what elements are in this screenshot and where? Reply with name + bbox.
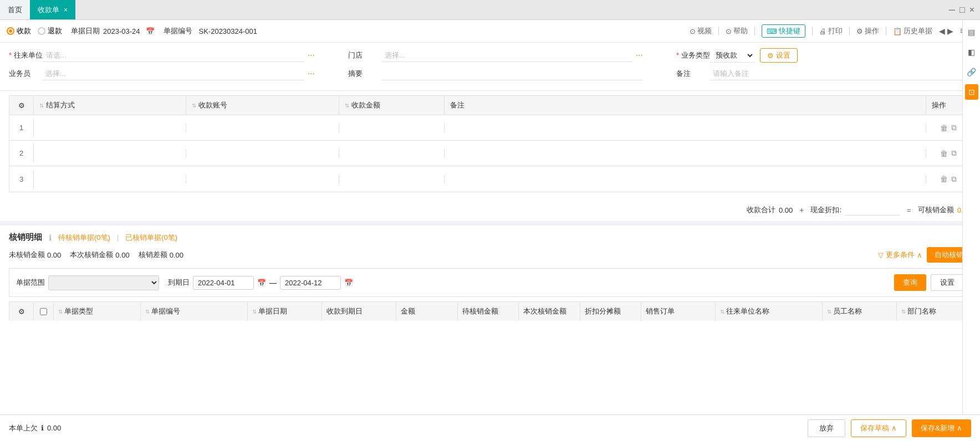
radio-receipt[interactable]: 收款 <box>7 26 31 36</box>
staff-more-icon[interactable]: ··· <box>308 69 315 79</box>
abandon-btn[interactable]: 放弃 <box>808 419 845 437</box>
row-2-num: 2 <box>9 145 34 162</box>
result-label: 可核销金额 <box>918 205 954 215</box>
filter-row: 单据范围 到期日 📅 — 📅 查询 设置 <box>9 268 971 297</box>
due-end-input[interactable] <box>280 276 341 290</box>
row-2-account[interactable] <box>186 149 339 158</box>
maximize-icon[interactable]: □ <box>959 5 965 15</box>
row-2-copy-icon[interactable]: ⧉ <box>951 148 957 158</box>
close-tab-icon[interactable]: × <box>64 6 68 14</box>
row-3-amount[interactable] <box>339 175 445 183</box>
row-3-copy-icon[interactable]: ⧉ <box>951 175 957 184</box>
date-calendar-end-icon[interactable]: 📅 <box>344 279 353 287</box>
sidebar-icon-1[interactable]: ▤ <box>964 24 978 40</box>
filter-icon: ▽ <box>878 251 884 259</box>
company-more-icon[interactable]: ··· <box>308 50 315 60</box>
vth-due-date-label: 收款到期日 <box>326 306 363 316</box>
vth-doc-type: ⇅ 单据类型 <box>54 302 141 321</box>
vth-gear[interactable]: ⚙ <box>9 303 34 320</box>
settings-label: 设置 <box>776 50 790 60</box>
video-btn[interactable]: ⊙ 视频 <box>690 26 712 36</box>
th-gear[interactable]: ⚙ <box>9 97 34 114</box>
sort-staff: ⇅ <box>827 309 831 315</box>
row-2-note[interactable] <box>445 149 926 158</box>
business-select[interactable]: 预收款 <box>710 48 754 63</box>
row-2-amount[interactable] <box>339 149 445 158</box>
done-tab[interactable]: 已核销单据(0笔) <box>125 233 177 243</box>
date-calendar-start-icon[interactable]: 📅 <box>257 279 266 287</box>
query-btn[interactable]: 查询 <box>894 274 926 291</box>
window-controls: ─ □ × <box>949 5 980 15</box>
row-1-account[interactable] <box>186 124 339 132</box>
unchecked-stat: 未核销金额 0.00 <box>9 250 61 260</box>
radio-refund-label: 退款 <box>48 26 62 36</box>
th-account: ⇅ 收款账号 <box>186 96 339 115</box>
pending-tab[interactable]: 待核销单据(0笔) <box>58 233 110 243</box>
sidebar-icon-2[interactable]: ◧ <box>964 44 978 60</box>
staff-input[interactable] <box>42 67 304 80</box>
help-btn[interactable]: ⊙ 帮助 <box>726 26 748 36</box>
filter-setting-btn[interactable]: 设置 <box>931 274 964 291</box>
row-1-copy-icon[interactable]: ⧉ <box>951 123 957 132</box>
doc-no-field: 单据编号 SK-20230324-001 <box>164 26 258 36</box>
history-btn[interactable]: 📋 历史单据 <box>893 26 932 36</box>
bottom-help-icon[interactable]: ℹ <box>41 424 44 432</box>
verify-table-header: ⚙ ⇅ 单据类型 ⇅ 单据编号 ⇅ 单据日期 收款到期日 金额 <box>9 301 971 321</box>
row-1-amount[interactable] <box>339 124 445 132</box>
tab-receipt[interactable]: 收款单 × <box>30 0 75 19</box>
vth-discount: 折扣分摊额 <box>580 302 642 321</box>
store-input[interactable] <box>381 49 632 62</box>
receipt-table: ⚙ ⇅ 结算方式 ⇅ 收款账号 ⇅ 收款金额 备注 操作 <box>9 95 971 192</box>
store-more-icon[interactable]: ··· <box>636 50 643 60</box>
sidebar-icon-3[interactable]: 🔗 <box>963 64 979 80</box>
shortcut-label: 快捷键 <box>779 26 800 36</box>
range-select[interactable] <box>48 275 159 290</box>
select-all-checkbox[interactable] <box>40 308 47 315</box>
row-2-delete-icon[interactable]: 🗑 <box>940 149 948 158</box>
gear-icon: ⚙ <box>18 101 25 110</box>
operation-btn[interactable]: ⚙ 操作 <box>856 26 879 36</box>
row-1-delete-icon[interactable]: 🗑 <box>940 124 948 132</box>
save-new-label: 保存&新增 <box>921 423 955 433</box>
date-range-field: 到期日 📅 — 📅 <box>168 276 353 290</box>
bottom-info: 本单上欠 ℹ 0.00 <box>9 423 61 433</box>
summary-label: 摘要 <box>348 69 381 79</box>
minimize-icon[interactable]: ─ <box>949 5 955 15</box>
vth-staff: ⇅ 员工名称 <box>823 302 897 321</box>
radio-refund[interactable]: 退款 <box>38 26 62 36</box>
discount-input[interactable] <box>845 204 900 216</box>
shortcut-btn[interactable]: ⌨ 快捷键 <box>762 24 805 38</box>
close-window-icon[interactable]: × <box>969 5 974 15</box>
company-label: 往来单位 <box>9 50 43 60</box>
company-input[interactable] <box>43 49 304 62</box>
print-btn[interactable]: 🖨 打印 <box>819 26 843 36</box>
vth-pending-label: 待核销金额 <box>462 306 498 316</box>
print-label: 打印 <box>828 26 843 36</box>
vth-check[interactable] <box>34 304 54 320</box>
save-new-btn[interactable]: 保存&新增 ∧ <box>912 419 971 437</box>
nav-next-icon[interactable]: ▶ <box>947 27 953 35</box>
date-dash: — <box>269 279 277 287</box>
row-3-account[interactable] <box>186 175 339 183</box>
save-draft-btn[interactable]: 保存草稿 ∧ <box>851 419 906 437</box>
due-start-input[interactable] <box>193 276 254 290</box>
tab-home[interactable]: 首页 <box>0 0 30 19</box>
row-1-note[interactable] <box>445 124 926 132</box>
row-2-settlement[interactable] <box>34 149 186 158</box>
row-3-delete-icon[interactable]: 🗑 <box>940 175 948 183</box>
vth-doc-no: ⇅ 单据编号 <box>141 302 248 321</box>
row-1-settlement[interactable] <box>34 124 186 132</box>
right-sidebar: ▤ ◧ 🔗 ⊡ <box>962 20 980 414</box>
verify-help-icon[interactable]: ℹ <box>49 233 52 242</box>
summary-input[interactable] <box>381 67 643 80</box>
date-calendar-icon[interactable]: 📅 <box>146 27 155 35</box>
row-3-note[interactable] <box>445 175 926 183</box>
row-3-settlement[interactable] <box>34 175 186 183</box>
nav-prev-icon[interactable]: ◀ <box>939 27 945 35</box>
sidebar-icon-4[interactable]: ⊡ <box>965 84 978 100</box>
note-input[interactable] <box>710 67 971 80</box>
diff-value: 0.00 <box>170 251 183 259</box>
settings-btn[interactable]: ⚙ 设置 <box>760 48 798 63</box>
nav-arrows: ◀ ▶ <box>939 27 953 35</box>
more-conditions-btn[interactable]: ▽ 更多条件 ∧ <box>878 250 922 260</box>
